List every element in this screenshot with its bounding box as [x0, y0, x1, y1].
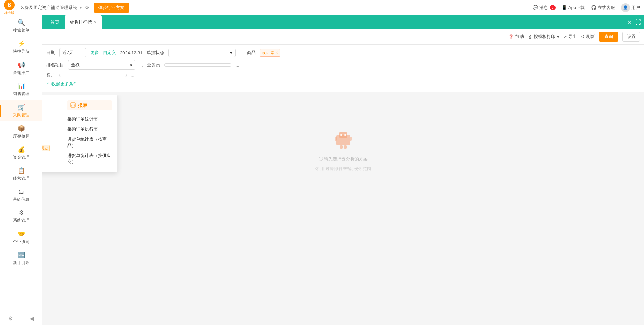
date-custom-btn[interactable]: 自定义 [103, 50, 116, 56]
svg-rect-4 [340, 145, 343, 149]
customer-dots[interactable]: ... [131, 73, 134, 78]
refresh-btn[interactable]: ↺ 刷新 [581, 34, 595, 40]
svg-rect-6 [335, 137, 337, 141]
date-label: 日期 [46, 50, 55, 56]
menu-item-inbound-stats-goods[interactable]: 进货单统计表（按商品） [67, 134, 112, 151]
help-label: 帮助 [515, 34, 524, 40]
ranking-value: 金额 [71, 62, 80, 68]
date-more-btn[interactable]: 更多 [90, 50, 99, 56]
tab-home[interactable]: 首页 [45, 15, 65, 29]
sys-title-dropdown-icon[interactable]: ▾ [80, 5, 82, 10]
ranking-dots[interactable]: ... [139, 63, 143, 68]
sidebar-label-marketing: 营销推广 [13, 70, 29, 76]
date-range-end: 2024-12-31 [120, 50, 143, 55]
sidebar-item-basic-info[interactable]: 🗂 基础信息 [0, 185, 42, 206]
toolbar: ❓ 帮助 🖨 按模板打印 ▾ ↗ 导出 ↺ 刷新 查询 设置 [42, 29, 644, 45]
menu-item-inbound-stats-supplier[interactable]: 进货单统计表（按供应商） [67, 151, 112, 167]
menu-item-return[interactable]: 进货退货 历史 [42, 132, 51, 143]
active-indicator [0, 105, 1, 117]
sidebar-collapse-btn[interactable]: ◀ [30, 315, 34, 322]
salesperson-dots[interactable]: ... [236, 63, 239, 68]
logo-area: 6 标准版 [4, 0, 15, 15]
sidebar-item-purchase[interactable]: 🛒 采购管理 [0, 100, 42, 121]
app-download-btn[interactable]: 📱 App下载 [562, 5, 585, 11]
filter-area: 日期 近7天 更多 自定义 2024-12-31 单据状态 ▾ ... 商品 [42, 45, 644, 92]
date-preset-select[interactable]: 近7天 [59, 48, 86, 57]
goods-tag-close[interactable]: × [276, 50, 278, 55]
help-btn[interactable]: ❓ 帮助 [508, 34, 524, 40]
menu-item-inbound[interactable]: 进货单 历史 [42, 122, 51, 132]
refresh-label: 刷新 [586, 34, 595, 40]
tab-home-label: 首页 [50, 19, 59, 25]
sidebar-item-inventory[interactable]: 📦 库存核算 [0, 121, 42, 143]
svg-rect-7 [350, 137, 352, 141]
user-area[interactable]: 👤 用户 [621, 3, 640, 12]
sidebar-label-quick-nav: 快捷导航 [13, 49, 29, 54]
user-label: 用户 [631, 5, 640, 11]
salesperson-select[interactable] [164, 63, 231, 67]
page-content: ① 请先选择要分析的方案 ② 用[过滤]条件来缩小分析范围 [42, 95, 644, 325]
sidebar-label-inventory: 库存核算 [13, 133, 29, 139]
enterprise-icon: 🤝 [17, 230, 25, 238]
purchase-section: 采购业务 采购订单 历史 进货单 历史 进货退货 历史 [42, 100, 51, 167]
sidebar-settings-btn[interactable]: ⚙ [8, 315, 13, 322]
voucher-status-select[interactable]: ▾ [168, 49, 236, 57]
tab-bar-right: ✕ ⛶ [627, 18, 641, 26]
industry-btn[interactable]: 体验行业方案 [94, 3, 129, 13]
menu-item-purchase-expense[interactable]: 采购费用分摊单 历史 [42, 143, 51, 153]
voucher-status-dropdown-icon: ▾ [230, 50, 232, 55]
goods-dots[interactable]: ... [284, 50, 288, 55]
dropdown-menu: 采购业务 采购订单 历史 进货单 历史 进货退货 历史 [42, 95, 118, 172]
ranking-label: 排名项目 [46, 62, 64, 68]
sidebar-item-guide[interactable]: 🆕 新手引导 [0, 248, 42, 269]
tab-sales-ranking[interactable]: 销售排行榜 × [65, 15, 102, 29]
finance-icon: 💰 [17, 146, 25, 153]
sidebar-item-finance[interactable]: 💰 资金管理 [0, 143, 42, 164]
phone-icon: 📱 [562, 5, 567, 10]
customer-label: 客户 [46, 72, 55, 78]
collapse-icon: ⌃ [46, 82, 50, 87]
svg-rect-5 [344, 145, 347, 149]
settings-icon[interactable]: ⚙ [85, 4, 90, 11]
goods-tag[interactable]: 设计素 × [260, 49, 280, 57]
notifications-btn[interactable]: 💬 消息 6 [533, 5, 556, 11]
sidebar-label-sales: 销售管理 [13, 91, 29, 97]
export-btn[interactable]: ↗ 导出 [563, 34, 577, 40]
sidebar-item-enterprise[interactable]: 🤝 企业协同 [0, 227, 42, 248]
inventory-icon: 📦 [17, 125, 25, 132]
voucher-status-dots[interactable]: ... [240, 50, 243, 55]
purchase-section-title: 采购业务 [42, 100, 51, 108]
bell-icon: 💬 [533, 5, 538, 10]
menu-item-label-po-exec: 采购订单执行表 [67, 126, 98, 132]
sidebar-item-system[interactable]: ⚙ 系统管理 [0, 206, 42, 227]
sales-icon: 📊 [17, 82, 25, 90]
goods-label: 商品 [247, 50, 256, 56]
query-btn[interactable]: 查询 [599, 32, 618, 42]
sys-title: 装备及固定资产辅助管理系统 [20, 5, 77, 11]
sidebar-bottom: ⚙ ◀ [0, 312, 42, 325]
sidebar-item-quick-nav[interactable]: ⚡ 快捷导航 [0, 37, 42, 58]
ranking-select[interactable]: 金额 ▾ [68, 60, 135, 70]
tab-close-btn[interactable]: ✕ [627, 18, 632, 26]
online-service-btn[interactable]: 🎧 在线客服 [591, 5, 615, 11]
report-section-label: 报表 [78, 103, 87, 109]
refresh-icon: ↺ [581, 34, 585, 39]
settings-toolbar-btn[interactable]: 设置 [622, 32, 640, 42]
sidebar-item-operations[interactable]: 📋 经营管理 [0, 164, 42, 185]
basic-info-icon: 🗂 [18, 188, 24, 195]
collapse-btn[interactable]: ⌃ 收起更多条件 [46, 81, 640, 87]
menu-item-purchase-order-exec[interactable]: 采购订单执行表 [67, 124, 112, 134]
customer-select[interactable] [59, 74, 127, 77]
menu-item-purchase-order[interactable]: 采购订单 历史 [42, 112, 51, 122]
sidebar-label-search: 搜索菜单 [13, 28, 29, 33]
print-template-btn[interactable]: 🖨 按模板打印 ▾ [528, 34, 559, 40]
menu-item-purchase-order-stats[interactable]: 采购订单统计表 [67, 114, 112, 124]
sidebar-item-search[interactable]: 🔍 搜索菜单 [0, 15, 42, 37]
tab-fullscreen-btn[interactable]: ⛶ [635, 19, 641, 26]
sidebar-item-sales[interactable]: 📊 销售管理 [0, 79, 42, 100]
print-icon: 🖨 [528, 34, 532, 39]
notifications-label: 消息 [539, 5, 548, 11]
sidebar-item-marketing[interactable]: 📢 营销推广 [0, 58, 42, 79]
tab-close-icon[interactable]: × [94, 20, 96, 25]
sidebar: 🔍 搜索菜单 ⚡ 快捷导航 📢 营销推广 📊 销售管理 🛒 采购管理 📦 [0, 15, 42, 325]
